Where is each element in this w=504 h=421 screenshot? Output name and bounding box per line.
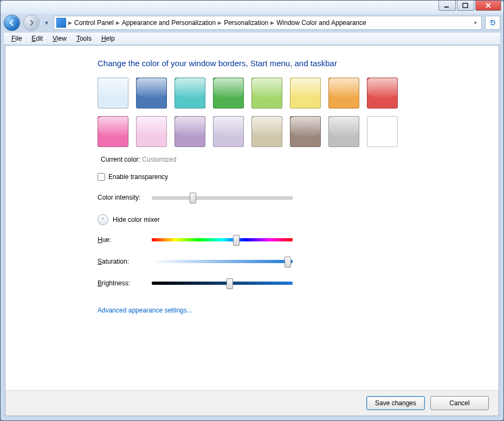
breadcrumb-item[interactable]: Control Panel	[74, 19, 114, 27]
color-swatch-slate[interactable]	[328, 116, 359, 147]
content-pane: Change the color of your window borders,…	[5, 45, 499, 416]
maximize-icon	[462, 3, 469, 8]
color-swatch-chocolate[interactable]	[290, 116, 321, 147]
color-swatch-pumpkin[interactable]	[328, 78, 359, 109]
hue-slider[interactable]	[152, 235, 293, 245]
transparency-checkbox[interactable]	[98, 173, 105, 181]
brightness-label: Brightness:	[98, 279, 152, 287]
slider-track	[152, 196, 293, 200]
color-swatch-sea[interactable]	[175, 78, 205, 109]
current-color-value: Customized	[142, 156, 176, 163]
color-swatch-ruby[interactable]	[367, 78, 398, 109]
menu-file[interactable]: File	[7, 34, 26, 43]
color-swatch-violet[interactable]	[175, 116, 205, 147]
svg-rect-0	[444, 7, 449, 8]
maximize-button[interactable]	[457, 1, 474, 11]
collapse-button[interactable]: ⌃	[98, 214, 108, 225]
refresh-icon	[489, 19, 496, 27]
hue-label: Hue:	[98, 236, 152, 244]
title-bar	[1, 1, 503, 14]
window-frame: ▾ ▶Control Panel ▶Appearance and Persona…	[0, 0, 504, 421]
close-button[interactable]	[475, 1, 501, 11]
saturation-row: Saturation:	[98, 257, 499, 266]
slider-track	[152, 238, 293, 241]
refresh-button[interactable]	[485, 16, 500, 30]
brightness-slider[interactable]	[152, 278, 293, 288]
back-button[interactable]	[4, 15, 20, 31]
forward-button[interactable]	[23, 15, 40, 31]
footer-bar: Save changes Cancel	[5, 390, 499, 416]
color-swatch-lime[interactable]	[251, 78, 282, 109]
control-panel-icon	[56, 18, 66, 28]
history-dropdown[interactable]: ▾	[43, 17, 50, 29]
current-color-row: Current color: Customized	[101, 156, 499, 163]
color-swatch-blush[interactable]	[136, 116, 167, 147]
chevron-right-icon: ▶	[68, 20, 72, 25]
color-swatch-lavender[interactable]	[213, 116, 244, 147]
intensity-label: Color intensity:	[98, 194, 152, 201]
menu-help[interactable]: Help	[97, 34, 119, 43]
color-swatch-sky[interactable]	[98, 78, 128, 109]
cancel-button[interactable]: Cancel	[430, 396, 489, 410]
color-swatch-leaf[interactable]	[213, 78, 244, 109]
chevron-right-icon: ▶	[116, 20, 120, 25]
intensity-slider[interactable]	[152, 193, 293, 202]
color-swatch-sun[interactable]	[290, 78, 321, 109]
slider-thumb[interactable]	[190, 193, 196, 203]
page-heading: Change the color of your window borders,…	[98, 59, 499, 68]
color-swatch-grid	[98, 78, 423, 147]
menu-view[interactable]: View	[48, 34, 71, 43]
current-color-label: Current color:	[101, 156, 140, 163]
slider-track	[152, 260, 293, 263]
arrow-right-icon	[28, 19, 35, 27]
color-swatch-taupe[interactable]	[251, 116, 282, 147]
saturation-label: Saturation:	[98, 258, 152, 265]
brightness-row: Brightness:	[98, 278, 499, 288]
arrow-left-icon	[8, 19, 16, 27]
address-dropdown[interactable]: ▾	[472, 20, 479, 25]
menu-tools[interactable]: Tools	[72, 34, 96, 43]
hue-row: Hue:	[98, 235, 499, 245]
close-icon	[485, 3, 492, 8]
transparency-row: Enable transparency	[98, 173, 499, 181]
menu-edit[interactable]: Edit	[27, 34, 47, 43]
save-button[interactable]: Save changes	[366, 396, 425, 410]
advanced-settings-link[interactable]: Advanced appearance settings...	[98, 307, 192, 314]
slider-thumb[interactable]	[227, 278, 233, 289]
slider-track	[152, 282, 293, 285]
transparency-label: Enable transparency	[108, 173, 168, 181]
svg-rect-1	[463, 3, 468, 8]
minimize-icon	[444, 3, 450, 8]
address-bar[interactable]: ▶Control Panel ▶Appearance and Personali…	[54, 16, 482, 30]
mixer-toggle-row: ⌃ Hide color mixer	[98, 214, 499, 225]
breadcrumb-item[interactable]: Personalization	[224, 19, 268, 27]
nav-bar: ▾ ▶Control Panel ▶Appearance and Persona…	[1, 14, 503, 32]
chevron-up-icon: ⌃	[101, 217, 105, 222]
breadcrumb-item[interactable]: Appearance and Personalization	[122, 19, 216, 27]
chevron-right-icon: ▶	[218, 20, 222, 25]
slider-thumb[interactable]	[233, 235, 240, 246]
breadcrumb-item[interactable]: Window Color and Appearance	[276, 19, 366, 27]
mixer-toggle-label: Hide color mixer	[113, 216, 160, 224]
color-swatch-fuchsia[interactable]	[98, 116, 128, 147]
slider-thumb[interactable]	[285, 257, 291, 267]
color-swatch-frost[interactable]	[367, 116, 398, 147]
saturation-slider[interactable]	[152, 257, 293, 266]
chevron-right-icon: ▶	[270, 20, 274, 25]
intensity-row: Color intensity:	[98, 193, 499, 202]
minimize-button[interactable]	[438, 1, 456, 11]
chevron-down-icon: ▾	[45, 19, 48, 27]
menu-bar: File Edit View Tools Help	[4, 32, 500, 45]
color-swatch-twilight[interactable]	[136, 78, 167, 109]
